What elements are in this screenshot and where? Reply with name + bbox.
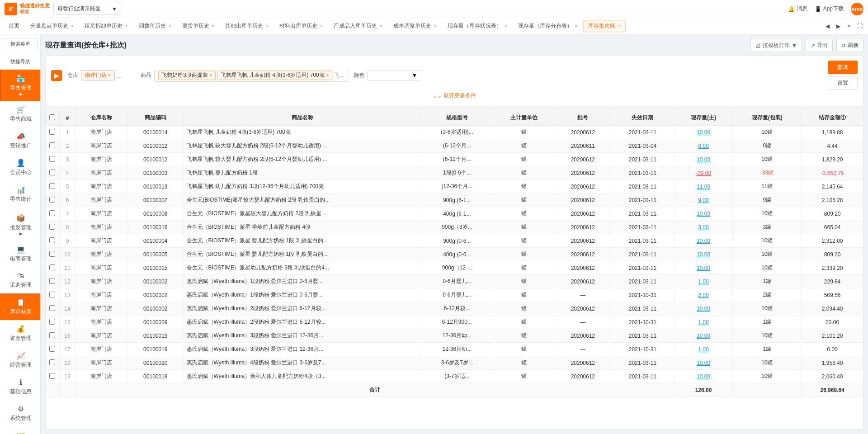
table-scroll[interactable]: # 仓库名称 商品编码 商品名称 规格型号 主计量单位 批号 失效日期 现存量(… xyxy=(46,110,863,429)
sidebar-item-purchase[interactable]: 🛍 采购管理 xyxy=(0,267,40,293)
cell-checkbox[interactable] xyxy=(46,261,59,275)
color-selector[interactable]: ▼ xyxy=(367,71,421,80)
refresh-btn[interactable]: ↺ 刷新 xyxy=(836,39,863,52)
warehouse-more-btn[interactable]: ... xyxy=(117,72,122,79)
cell-checkbox[interactable] xyxy=(46,193,59,207)
cell-checkbox[interactable] xyxy=(46,275,59,288)
messages-btn[interactable]: 🔔 消息 xyxy=(788,5,807,13)
tab-transfer[interactable]: 调拨单历史 × xyxy=(134,20,176,32)
tab-requisition[interactable]: 要货单历史 × xyxy=(177,20,220,32)
cell-qty-main[interactable]: 10.00 xyxy=(674,356,733,370)
cell-checkbox[interactable] xyxy=(46,207,59,221)
sidebar-item-retail-shop[interactable]: 🛒 零售商城 xyxy=(0,101,40,127)
tab-home[interactable]: 首页 xyxy=(4,20,24,32)
sidebar-item-collab[interactable]: 🤝 企业协同 xyxy=(0,427,40,434)
app-download-btn[interactable]: 📱 App下载 xyxy=(815,5,844,13)
tab-next-arrow[interactable]: ▶ xyxy=(834,22,843,31)
cell-checkbox[interactable] xyxy=(46,248,59,261)
tab-material-out[interactable]: 材料出库单历史 × xyxy=(274,20,328,32)
cell-qty-main[interactable]: 10.00 xyxy=(674,207,733,221)
sidebar-item-retail-stats[interactable]: 📊 零售统计 xyxy=(0,181,40,208)
avatar[interactable]: demo2 xyxy=(851,3,863,15)
cell-checkbox[interactable] xyxy=(46,329,59,343)
cell-checkbox[interactable] xyxy=(46,370,59,383)
search-menu-btn[interactable]: 搜索英单 xyxy=(3,38,38,50)
cell-qty-main[interactable]: 10.00 xyxy=(674,126,733,139)
settings-btn[interactable]: 设置 xyxy=(828,76,858,90)
cell-checkbox[interactable] xyxy=(46,316,59,329)
tab-close-requisition[interactable]: × xyxy=(212,24,215,28)
tab-stock-split[interactable]: 分量盘点单历史 × xyxy=(25,20,79,32)
product-tag-2-close[interactable]: × xyxy=(326,72,329,79)
cell-checkbox[interactable] xyxy=(46,234,59,248)
cell-qty-main[interactable]: 10.00 xyxy=(674,248,733,261)
tab-close-material-out[interactable]: × xyxy=(320,24,323,28)
tab-close-batch-voucher[interactable]: × xyxy=(618,24,621,28)
cell-checkbox[interactable] xyxy=(46,288,59,302)
tab-cost-adjust[interactable]: 成本调整单历史 × xyxy=(388,20,442,32)
cell-qty-main[interactable]: 10.00 xyxy=(674,302,733,316)
cell-qty-main[interactable]: 10.00 xyxy=(674,153,733,166)
product-filter-input[interactable]: 飞鹤奶粉3段两提装 × 飞鹤星飞帆 儿童奶粉 4段(3-6岁适用) 700克 ×… xyxy=(154,69,348,82)
cell-qty-main[interactable]: -39.00 xyxy=(674,166,733,180)
sidebar-item-system[interactable]: ⚙ 系统管理 xyxy=(0,400,40,427)
cell-qty-main[interactable]: 2.00 xyxy=(674,288,733,302)
cell-checkbox[interactable] xyxy=(46,180,59,193)
sidebar-item-finance[interactable]: 💰 资金管理 xyxy=(0,320,40,347)
expand-filter-btn[interactable]: ⌄⌄ 展开更多条件 xyxy=(51,90,858,101)
sidebar-item-inventory[interactable]: 📋 库存核算 xyxy=(0,293,40,320)
select-all-checkbox[interactable] xyxy=(49,114,55,120)
cell-checkbox[interactable] xyxy=(46,221,59,234)
tab-close-other-out[interactable]: × xyxy=(266,24,269,28)
sidebar-item-ecommerce[interactable]: 💻 电商管理 xyxy=(0,241,40,267)
print-btn[interactable]: 🖨 按模板打印 ▼ xyxy=(750,39,802,52)
account-selector[interactable]: 母婴行业演示账套 ▼ xyxy=(53,3,121,15)
warehouse-tag-close[interactable]: × xyxy=(108,73,111,78)
cell-checkbox[interactable] xyxy=(46,343,59,356)
cell-checkbox[interactable] xyxy=(46,153,59,166)
cell-qty-main[interactable]: 3.00 xyxy=(674,221,733,234)
quick-nav-btn[interactable]: 快捷导航 xyxy=(0,56,40,67)
tab-fullscreen[interactable]: ⛶ xyxy=(855,22,864,31)
filter-toggle-btn[interactable]: ▶ xyxy=(51,70,62,81)
cell-qty-main[interactable]: 0.00 xyxy=(674,139,733,153)
sidebar-item-wholesale[interactable]: 📦 批发管理 ▶ xyxy=(0,209,40,241)
cell-checkbox[interactable] xyxy=(46,126,59,139)
tab-close-stock-dist[interactable]: × xyxy=(575,24,578,28)
sidebar-item-member[interactable]: 👤 会员中心 xyxy=(0,154,40,181)
tab-close-stock-split[interactable]: × xyxy=(71,24,74,28)
query-btn[interactable]: 查询 xyxy=(828,61,858,74)
cell-qty-main[interactable]: 11.00 xyxy=(674,180,733,193)
tab-prev-arrow[interactable]: ◀ xyxy=(823,22,832,31)
sidebar-item-basic-info[interactable]: ℹ 基础信息 xyxy=(0,373,40,400)
tab-disassemble[interactable]: 组装拆卸单历史 × xyxy=(80,20,133,32)
tab-stock-status[interactable]: 现存量（库存状况表） × xyxy=(443,20,512,32)
cell-qty-main[interactable]: 10.00 xyxy=(674,261,733,275)
tab-close-all[interactable]: × xyxy=(844,22,854,31)
sidebar-item-retail-mgmt[interactable]: 🏪 零售管理 ▶ xyxy=(0,70,40,101)
cell-qty-main[interactable]: 1.00 xyxy=(674,316,733,329)
tab-product-in[interactable]: 产成品入库单历史 × xyxy=(329,20,387,32)
tab-close-transfer[interactable]: × xyxy=(169,24,171,28)
tab-close-stock-status[interactable]: × xyxy=(505,24,507,28)
cell-checkbox[interactable] xyxy=(46,302,59,316)
tab-close-product-in[interactable]: × xyxy=(380,24,382,28)
cell-qty-main[interactable]: 10.00 xyxy=(674,370,733,383)
sidebar-item-operations[interactable]: 📈 经营管理 xyxy=(0,347,40,373)
cell-qty-main[interactable]: 10.00 xyxy=(674,234,733,248)
tab-close-disassemble[interactable]: × xyxy=(125,24,128,28)
cell-checkbox[interactable] xyxy=(46,139,59,153)
cell-checkbox[interactable] xyxy=(46,166,59,180)
sidebar-item-marketing[interactable]: 📣 营销推广 xyxy=(0,127,40,154)
cell-qty-main[interactable]: 10.00 xyxy=(674,329,733,343)
tab-other-out[interactable]: 其他出库单历史 × xyxy=(220,20,274,32)
export-btn[interactable]: ↗ 导出 xyxy=(806,39,833,52)
tab-stock-dist[interactable]: 现存量（库存分布表） × xyxy=(513,20,583,32)
tab-batch-voucher[interactable]: 库存批次账 × xyxy=(583,20,626,32)
product-tag-1-close[interactable]: × xyxy=(209,72,212,79)
cell-checkbox[interactable] xyxy=(46,356,59,370)
cell-qty-main[interactable]: 1.00 xyxy=(674,275,733,288)
cell-qty-main[interactable]: 1.00 xyxy=(674,343,733,356)
cell-qty-main[interactable]: 9.00 xyxy=(674,193,733,207)
tab-close-cost-adjust[interactable]: × xyxy=(434,24,437,28)
